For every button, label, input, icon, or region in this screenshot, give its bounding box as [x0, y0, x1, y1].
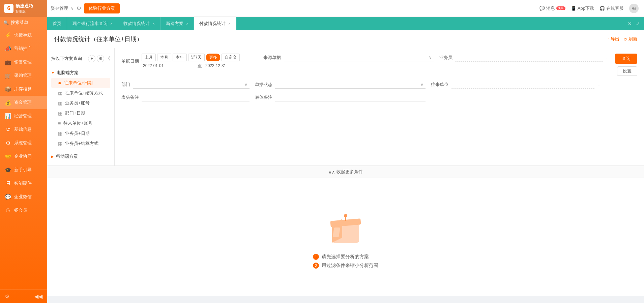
- app-download-button[interactable]: 📱 App下载: [571, 5, 594, 11]
- scheme-settings-button[interactable]: ⚙: [97, 55, 104, 62]
- scheme-item-partner-settlement[interactable]: ▦ 往来单位+结算方式: [51, 88, 110, 98]
- sidebar-item-member[interactable]: ♾ 畅会员: [0, 204, 47, 217]
- sidebar-item-system[interactable]: ⚙ 系统管理: [0, 136, 47, 150]
- export-label: 导出: [611, 36, 619, 42]
- scheme-item-partner-date[interactable]: ● 往来单位+日期: [51, 78, 110, 88]
- scheme-desktop-group[interactable]: ▼ 电脑端方案: [51, 68, 110, 78]
- wechat-icon: 💬: [5, 193, 11, 200]
- step1-number: 1: [313, 254, 319, 260]
- scheme-item-label: 往来单位+日期: [64, 80, 93, 86]
- cooperation-icon: 🤝: [5, 153, 11, 160]
- topnav-chevron-icon: ∨: [71, 6, 74, 11]
- tab-close-all-icon[interactable]: ✕: [626, 20, 633, 28]
- sidebar-item-wechat[interactable]: 💬 企业微信: [0, 190, 47, 204]
- sidebar-item-marketing[interactable]: 📣 营销推广: [0, 42, 47, 55]
- partner-dots-button[interactable]: ...: [598, 82, 602, 87]
- date-btn-last-month[interactable]: 上月: [142, 54, 156, 61]
- salesman-field: 业务员 ...: [439, 54, 610, 62]
- sidebar-item-inventory[interactable]: 📦 库存核算: [0, 82, 47, 96]
- phone-icon: 📱: [571, 6, 576, 11]
- export-icon: ↑: [607, 37, 610, 42]
- page-actions: ↑ 导出 ↺ 刷新: [607, 36, 638, 42]
- scheme-mobile-label: 移动端方案: [56, 153, 78, 159]
- tab-home[interactable]: 首页: [47, 17, 67, 30]
- trial-scheme-button[interactable]: 体验行业方案: [84, 3, 120, 13]
- partner-input[interactable]: [451, 81, 595, 89]
- date-btn-more[interactable]: 更多: [206, 54, 220, 61]
- sidebar-item-basic-info[interactable]: 🗂 基础信息: [0, 123, 47, 136]
- search-icon: 🔍: [3, 20, 9, 25]
- sidebar-collapse-icon[interactable]: ◀◀: [34, 293, 42, 300]
- date-filter-field: 单据日期 上月 本月 本年 近7天 更多 自定义 2022-01-01 至: [121, 54, 258, 69]
- scheme-item-salesman-date[interactable]: ▦ 业务员+日期: [51, 128, 110, 139]
- scheme-mobile-group[interactable]: ▶ 移动端方案: [51, 151, 110, 161]
- scheme-item-icon: ▦: [58, 141, 62, 146]
- date-btn-custom[interactable]: 自定义: [222, 54, 240, 61]
- doc-status-label: 单据状态: [255, 82, 272, 88]
- scheme-item-salesman-account[interactable]: ▦ 业务员+账号: [51, 98, 110, 108]
- date-btn-7days[interactable]: 近7天: [188, 54, 205, 61]
- scheme-desktop-label: 电脑端方案: [57, 70, 79, 76]
- online-service-button[interactable]: 🎧 在线客服: [599, 5, 624, 11]
- scheme-item-dept-date[interactable]: ▦ 部门+日期: [51, 108, 110, 118]
- refresh-button[interactable]: ↺ 刷新: [623, 36, 637, 42]
- search-menu[interactable]: 🔍 搜索菜单: [0, 17, 47, 28]
- topnav-gear-icon[interactable]: ⚙: [77, 5, 81, 11]
- sidebar-item-label: 资金管理: [14, 99, 32, 105]
- messages-badge: 99+: [556, 6, 565, 10]
- sidebar-item-label: 基础信息: [14, 126, 32, 132]
- messages-button[interactable]: 💬 消息 99+: [539, 5, 565, 11]
- step2-number: 2: [313, 263, 319, 269]
- salesman-label: 业务员: [439, 55, 452, 61]
- date-btn-this-month[interactable]: 本月: [157, 54, 171, 61]
- filter-settings-button[interactable]: 设置: [617, 66, 637, 76]
- scheme-add-button[interactable]: +: [88, 55, 95, 62]
- dept-dropdown[interactable]: ∨: [133, 81, 250, 89]
- plus-icon: +: [90, 56, 93, 61]
- refresh-label: 刷新: [628, 36, 637, 42]
- scheme-collapse-button[interactable]: 《: [106, 56, 110, 62]
- collapse-label: 收起更多条件: [336, 169, 363, 175]
- scheme-item-salesman-settlement[interactable]: ▦ 业务员+结算方式: [51, 139, 110, 149]
- tab-payment-stats-close-icon[interactable]: ×: [228, 22, 230, 26]
- sidebar-item-capital[interactable]: 💰 资金管理: [0, 96, 47, 109]
- dept-arrow-icon: ∨: [244, 82, 247, 87]
- sidebar-settings-icon[interactable]: ⚙: [5, 293, 9, 300]
- scheme-item-partner-account[interactable]: ≡ 往来单位+账号: [51, 118, 110, 128]
- tab-receivable-close-icon[interactable]: ×: [152, 22, 154, 26]
- collapse-bar[interactable]: ∧∧ 收起更多条件: [47, 166, 644, 178]
- sidebar-item-hardware[interactable]: 🖥 智能硬件: [0, 177, 47, 190]
- online-service-label: 在线客服: [606, 5, 624, 11]
- date-range-start[interactable]: 2022-01-01: [142, 63, 196, 69]
- source-doc-dropdown[interactable]: ∨: [284, 54, 434, 61]
- date-range-end[interactable]: 2022-12-31: [204, 63, 258, 69]
- app-name: 畅捷通巧: [16, 3, 33, 9]
- tab-new-scheme-close-icon[interactable]: ×: [186, 22, 188, 26]
- tab-new-scheme[interactable]: 新建方案 ×: [160, 17, 194, 30]
- sidebar-item-quick-nav[interactable]: ⚡ 快捷导航: [0, 28, 47, 42]
- empty-step-2: 2 用过滤条件来缩小分析范围: [313, 263, 378, 269]
- sidebar-item-cooperation[interactable]: 🤝 企业协同: [0, 150, 47, 163]
- export-button[interactable]: ↑ 导出: [607, 36, 620, 42]
- tab-bank-flow-label: 现金银行流水查询: [72, 21, 108, 27]
- collapse-button[interactable]: ∧∧ 收起更多条件: [328, 169, 363, 175]
- tab-bank-flow-close-icon[interactable]: ×: [110, 22, 112, 26]
- header-note-input[interactable]: [142, 93, 250, 101]
- sidebar-item-guide[interactable]: 🎓 新手引导: [0, 163, 47, 177]
- salesman-input[interactable]: [455, 54, 604, 62]
- sidebar-item-purchase[interactable]: 🛒 采购管理: [0, 69, 47, 82]
- tab-payment-stats[interactable]: 付款情况统计 ×: [194, 17, 236, 30]
- query-button[interactable]: 查询: [615, 54, 637, 64]
- tab-bank-flow[interactable]: 现金银行流水查询 ×: [67, 17, 118, 30]
- tab-receivable[interactable]: 收款情况统计 ×: [118, 17, 160, 30]
- salesman-dots-button[interactable]: ...: [606, 55, 610, 60]
- user-avatar[interactable]: Rit: [629, 4, 639, 13]
- tab-expand-icon[interactable]: ⤢: [635, 20, 641, 28]
- sidebar-item-sales[interactable]: 💼 销售管理: [0, 55, 47, 69]
- body-note-input[interactable]: [275, 93, 426, 101]
- basic-info-icon: 🗂: [5, 126, 11, 133]
- doc-status-dropdown[interactable]: ∨: [275, 81, 426, 89]
- date-btn-this-year[interactable]: 本年: [173, 54, 187, 61]
- search-menu-label: 搜索菜单: [11, 20, 28, 26]
- sidebar-item-operation[interactable]: 📊 经营管理: [0, 109, 47, 123]
